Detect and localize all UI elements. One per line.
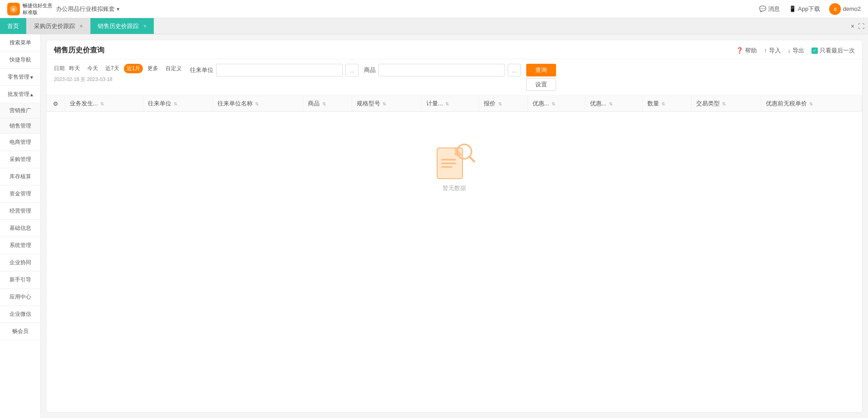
sidebar-item-system[interactable]: 系统管理 bbox=[0, 237, 40, 254]
shortcut-today[interactable]: 今天 bbox=[85, 64, 101, 73]
export-action[interactable]: ↓ 导出 bbox=[788, 47, 805, 55]
th-pretax-price[interactable]: 优惠前无税单价 ⇅ bbox=[761, 96, 862, 112]
filter-area: 日期 昨天 今天 近7天 近1月 更多 自定义 2023-02-18 至 202… bbox=[47, 59, 862, 96]
th-quoted-price[interactable]: 报价 ⇅ bbox=[479, 96, 528, 112]
th-settings[interactable]: ⚙ bbox=[47, 96, 65, 112]
sidebar-item-ecommerce[interactable]: 电商管理 bbox=[0, 134, 40, 151]
product-ellipsis-btn[interactable]: ... bbox=[508, 64, 521, 76]
empty-text: 暂无数据 bbox=[443, 184, 466, 192]
shortcut-1month[interactable]: 近1月 bbox=[124, 64, 143, 73]
th-partner-name[interactable]: 往来单位名称 ⇅ bbox=[212, 96, 303, 112]
app-center-label: 应用中心 bbox=[2, 293, 38, 301]
date-filter-group: 日期 昨天 今天 近7天 近1月 更多 自定义 2023-02-18 至 202… bbox=[54, 64, 184, 83]
shortcut-7days[interactable]: 近7天 bbox=[103, 64, 122, 73]
sort-icon-discount1: ⇅ bbox=[552, 101, 555, 106]
tab-sales-close[interactable]: × bbox=[143, 23, 146, 29]
sidebar-item-basic[interactable]: 基础信息 bbox=[0, 220, 40, 237]
sort-icon-product: ⇅ bbox=[322, 101, 326, 106]
sidebar-item-purchase[interactable]: 采购管理 bbox=[0, 151, 40, 168]
sidebar-item-member[interactable]: 畅会员 bbox=[0, 323, 40, 340]
svg-text:6: 6 bbox=[12, 7, 14, 12]
page-title: 销售历史价查询 bbox=[54, 46, 104, 55]
sort-icon-business-date: ⇅ bbox=[100, 101, 104, 106]
tab-sales-history[interactable]: 销售历史价跟踪 × bbox=[90, 18, 154, 34]
sidebar-item-search[interactable]: 搜索菜单 bbox=[0, 34, 40, 52]
only-last-checkbox[interactable]: ✓ 只看最后一次 bbox=[811, 47, 855, 55]
message-icon: 💬 bbox=[759, 5, 766, 12]
sort-icon-partner-code: ⇅ bbox=[174, 101, 177, 106]
shortcut-more[interactable]: 更多 bbox=[145, 64, 161, 73]
sort-icon-discount2: ⇅ bbox=[609, 101, 613, 106]
th-quantity[interactable]: 数量 ⇅ bbox=[642, 96, 691, 112]
tab-purchase-history[interactable]: 采购历史价跟踪 × bbox=[27, 18, 90, 34]
sort-icon-unit: ⇅ bbox=[445, 101, 449, 106]
empty-state: 暂无数据 bbox=[47, 112, 862, 219]
user-action[interactable]: d demo2 bbox=[829, 3, 861, 15]
th-discount1[interactable]: 优惠... ⇅ bbox=[528, 96, 585, 112]
empty-graphic bbox=[432, 139, 477, 184]
logo-icon: 6 bbox=[7, 3, 20, 15]
product-filter-group: 商品 ... bbox=[364, 64, 521, 76]
search-menu-label: 搜索菜单 bbox=[2, 39, 38, 47]
tab-bar: 首页 采购历史价跟踪 × 销售历史价跟踪 × × ⛶ bbox=[0, 18, 868, 34]
marketing-label: 营销推广 bbox=[2, 107, 38, 114]
th-discount2[interactable]: 优惠... ⇅ bbox=[585, 96, 642, 112]
th-product[interactable]: 商品 ⇅ bbox=[303, 96, 352, 112]
sidebar-item-enterprise[interactable]: 企业协同 bbox=[0, 254, 40, 271]
sidebar-item-quicknav[interactable]: 快捷导航 bbox=[0, 52, 40, 69]
tab-purchase-close[interactable]: × bbox=[80, 23, 83, 29]
page-header: 销售历史价查询 ❓ 帮助 ↑ 导入 ↓ 导出 ✓ bbox=[47, 40, 862, 59]
help-action[interactable]: ❓ 帮助 bbox=[736, 47, 757, 55]
export-icon: ↓ bbox=[788, 47, 791, 54]
import-action[interactable]: ↑ 导入 bbox=[764, 47, 781, 55]
purchase-mgmt-label: 采购管理 bbox=[2, 156, 38, 163]
settings-button[interactable]: 设置 bbox=[526, 78, 556, 91]
wholesale-mgmt-label: 批发管理 bbox=[8, 90, 29, 98]
sort-icon-spec: ⇅ bbox=[382, 101, 386, 106]
sidebar-item-appcenter[interactable]: 应用中心 bbox=[0, 289, 40, 306]
sidebar-item-ops[interactable]: 经营管理 bbox=[0, 203, 40, 220]
product-input[interactable] bbox=[378, 64, 505, 76]
partner-ellipsis-btn[interactable]: ... bbox=[345, 64, 359, 76]
date-label: 日期 bbox=[54, 65, 65, 72]
download-icon: 📱 bbox=[789, 5, 796, 12]
svg-line-8 bbox=[469, 157, 474, 162]
sidebar-item-wholesale[interactable]: 批发管理 ▴ bbox=[0, 86, 40, 103]
sidebar-item-guide[interactable]: 新手引导 bbox=[0, 271, 40, 289]
sidebar-item-finance[interactable]: 资金管理 bbox=[0, 185, 40, 203]
th-business-date[interactable]: 业务发生... ⇅ bbox=[65, 96, 143, 112]
partner-filter-group: 往来单位 ... bbox=[190, 64, 359, 76]
table-header-row: ⚙ 业务发生... ⇅ 往来单位 ⇅ 往来单位名称 ⇅ 商品 ⇅ 规格型号 ⇅ … bbox=[47, 96, 862, 112]
sidebar-item-marketing[interactable]: 营销推广 bbox=[0, 103, 40, 119]
partner-input[interactable] bbox=[216, 64, 343, 76]
sidebar-item-sales[interactable]: 销售管理 bbox=[0, 119, 40, 134]
shortcut-custom[interactable]: 自定义 bbox=[163, 64, 184, 73]
sort-icon-partner-name: ⇅ bbox=[255, 101, 259, 106]
sidebar-item-wechat[interactable]: 企业微信 bbox=[0, 306, 40, 323]
system-mgmt-label: 系统管理 bbox=[2, 242, 38, 249]
th-trade-type[interactable]: 交易类型 ⇅ bbox=[691, 96, 761, 112]
sidebar-item-retail[interactable]: 零售管理 ▾ bbox=[0, 69, 40, 86]
shortcut-yesterday[interactable]: 昨天 bbox=[66, 64, 83, 73]
sort-icon-quoted-price: ⇅ bbox=[498, 101, 502, 106]
logo-area: 6 畅捷信好生意 标准版 bbox=[7, 2, 52, 15]
wholesale-arrow-icon: ▴ bbox=[30, 91, 33, 98]
app-download-action[interactable]: 📱 App下载 bbox=[789, 5, 820, 13]
sidebar-item-inventory[interactable]: 库存核算 bbox=[0, 168, 40, 185]
th-unit[interactable]: 计量... ⇅ bbox=[421, 96, 479, 112]
th-spec[interactable]: 规格型号 ⇅ bbox=[352, 96, 421, 112]
message-action[interactable]: 💬 消息 bbox=[759, 5, 780, 13]
inventory-label: 库存核算 bbox=[2, 173, 38, 180]
th-partner-code[interactable]: 往来单位 ⇅ bbox=[143, 96, 212, 112]
dropdown-icon[interactable]: ▾ bbox=[117, 6, 119, 12]
tab-home[interactable]: 首页 bbox=[0, 18, 27, 34]
sales-mgmt-label: 销售管理 bbox=[2, 122, 38, 130]
date-shortcuts-row: 日期 昨天 今天 近7天 近1月 更多 自定义 bbox=[54, 64, 184, 73]
window-maximize-btn[interactable]: ⛶ bbox=[858, 23, 864, 30]
partner-label: 往来单位 bbox=[190, 66, 213, 74]
window-close-btn[interactable]: × bbox=[851, 23, 854, 30]
quick-nav-label: 快捷导航 bbox=[2, 56, 38, 64]
query-button[interactable]: 查询 bbox=[526, 64, 556, 76]
member-label: 畅会员 bbox=[2, 328, 38, 335]
table-container: ⚙ 业务发生... ⇅ 往来单位 ⇅ 往来单位名称 ⇅ 商品 ⇅ 规格型号 ⇅ … bbox=[47, 96, 862, 412]
